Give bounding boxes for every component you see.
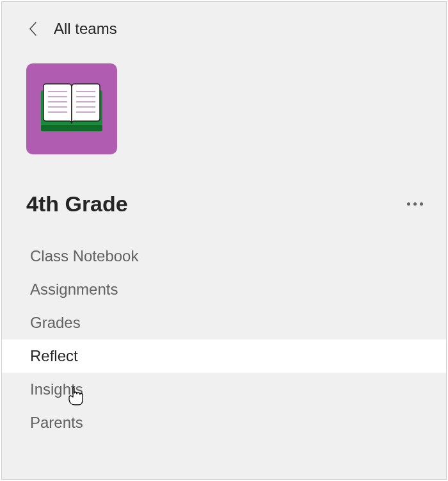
channel-label: Grades <box>30 314 81 331</box>
team-sidebar-panel: All teams 4th Grade <box>1 1 447 480</box>
channel-item-class-notebook[interactable]: Class Notebook <box>2 240 446 273</box>
back-to-teams[interactable]: All teams <box>2 2 446 38</box>
channel-label: Parents <box>30 414 83 431</box>
svg-rect-1 <box>41 125 102 131</box>
channel-item-grades[interactable]: Grades <box>2 306 446 339</box>
channel-item-assignments[interactable]: Assignments <box>2 273 446 306</box>
team-title-row: 4th Grade <box>2 192 446 216</box>
channel-item-reflect[interactable]: Reflect <box>2 339 446 373</box>
open-book-icon <box>37 79 106 139</box>
back-label: All teams <box>54 20 117 38</box>
channel-label: Class Notebook <box>30 247 138 265</box>
more-options-button[interactable] <box>402 197 428 211</box>
more-horizontal-icon <box>407 202 423 206</box>
channel-list: Class Notebook Assignments Grades Reflec… <box>2 240 446 439</box>
channel-item-parents[interactable]: Parents <box>2 406 446 439</box>
channel-label: Assignments <box>30 281 118 298</box>
channel-label: Reflect <box>30 347 78 364</box>
team-avatar[interactable] <box>26 63 117 154</box>
chevron-left-icon <box>26 22 40 36</box>
channel-label: Insights <box>30 380 83 398</box>
team-title: 4th Grade <box>26 192 128 216</box>
channel-item-insights[interactable]: Insights <box>2 373 446 406</box>
